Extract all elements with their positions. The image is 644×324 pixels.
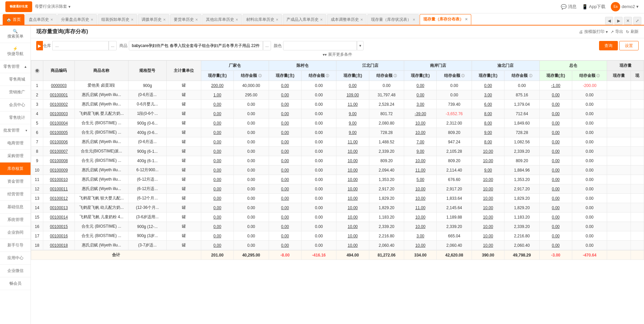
table-cell[interactable]: 0.00	[234, 147, 269, 156]
table-cell[interactable]: 0.00	[201, 184, 233, 194]
table-cell[interactable]: 0.00	[539, 184, 572, 194]
table-cell[interactable]: 2,060.40	[504, 241, 539, 250]
table-cell[interactable]: 0.00	[539, 119, 572, 128]
expand-filter-btn[interactable]: ▶	[36, 41, 43, 50]
sidebar-item-retail[interactable]: 零售管理 ▲	[0, 60, 31, 73]
warehouse-input[interactable]	[52, 41, 109, 50]
table-cell[interactable]: 2,528.24	[369, 100, 404, 109]
table-cell[interactable]: 1,829.20	[504, 203, 539, 213]
table-cell[interactable]: 0.00	[539, 109, 572, 119]
table-cell[interactable]: 0.00	[269, 166, 301, 175]
table-cell[interactable]: 712.64	[504, 109, 539, 119]
table-cell[interactable]: 10.00	[336, 194, 369, 203]
table-cell[interactable]: 0.00	[234, 128, 269, 137]
table-cell[interactable]: 0.00	[234, 231, 269, 241]
table-cell[interactable]: 0.00	[234, 213, 269, 222]
tab-close-3[interactable]: ✕	[131, 18, 133, 21]
color-input[interactable]	[283, 41, 357, 50]
table-cell[interactable]: 1,829.20	[369, 203, 404, 213]
table-cell[interactable]: 2,339.20	[369, 222, 404, 231]
table-cell[interactable]: 875.16	[504, 90, 539, 100]
table-cell[interactable]: 0.00	[234, 100, 269, 109]
expand-conditions-btn[interactable]: ▾▾ 展开更多条件	[323, 52, 352, 57]
table-cell[interactable]: 2,917.20	[437, 184, 472, 194]
tab-11[interactable]: 现存量（库存分布表） ✕	[420, 14, 471, 25]
table-cell[interactable]: 0.00	[234, 175, 269, 184]
table-cell[interactable]: 7.00	[404, 137, 437, 147]
table-cell[interactable]: 10.00	[472, 156, 504, 166]
sidebar-item-system[interactable]: 系统管理	[0, 214, 31, 226]
sidebar-item-ecommerce[interactable]: 电商管理	[0, 137, 31, 150]
table-cell[interactable]: 0.00	[269, 175, 301, 184]
goods-input[interactable]	[129, 41, 263, 50]
tab-close-5[interactable]: ✕	[195, 18, 198, 21]
table-cell[interactable]: 200.00	[201, 81, 233, 90]
table-cell[interactable]: 0.00	[369, 81, 404, 90]
table-cell[interactable]: 0.00	[336, 81, 369, 90]
table-cell[interactable]: 2,060.40	[369, 241, 404, 250]
table-cell[interactable]: 10.00	[336, 213, 369, 222]
table-cell[interactable]: 0.00	[234, 222, 269, 231]
table-cell[interactable]: 2,339.20	[504, 147, 539, 156]
table-cell[interactable]: 10.00	[336, 175, 369, 184]
table-cell[interactable]: 6.00	[472, 100, 504, 109]
table-cell[interactable]: 1,849.60	[504, 119, 539, 128]
table-cell[interactable]: 0.00	[269, 203, 301, 213]
tab-close-all-btn[interactable]: ✕	[624, 17, 632, 25]
table-cell[interactable]: 9.00	[404, 147, 437, 156]
table-cell[interactable]: 2,339.20	[369, 147, 404, 156]
table-cell[interactable]: 0.00	[269, 222, 301, 231]
table-cell[interactable]: 40,000.00	[234, 81, 269, 90]
table-cell[interactable]: 0.00	[269, 100, 301, 109]
table-cell[interactable]: 11.00	[336, 137, 369, 147]
sidebar-item-wholesale[interactable]: 批发管理 ▾	[0, 124, 31, 137]
tab-6[interactable]: 其他出库单历史 ✕	[202, 14, 242, 25]
tab-5[interactable]: 要货单历史 ✕	[170, 14, 202, 25]
table-cell[interactable]: 9.00	[336, 109, 369, 119]
table-cell[interactable]: -3,652.76	[437, 109, 472, 119]
tab-expand-btn[interactable]: ⤢	[633, 17, 641, 25]
table-cell[interactable]: 8.00	[472, 119, 504, 128]
table-cell[interactable]: 0.00	[472, 81, 504, 90]
table-cell[interactable]: 0.00	[269, 128, 301, 137]
table-cell[interactable]: 0.00	[269, 156, 301, 166]
setting-btn[interactable]: 设置	[619, 41, 639, 50]
table-cell[interactable]: 2,145.64	[437, 203, 472, 213]
table-cell[interactable]: 109.00	[336, 90, 369, 100]
table-cell[interactable]: 0.00	[201, 147, 233, 156]
table-cell[interactable]: 10.00	[404, 156, 437, 166]
table-cell[interactable]: 809.20	[437, 128, 472, 137]
table-cell[interactable]: 0.00	[234, 203, 269, 213]
table-cell[interactable]: 0.00	[301, 81, 336, 90]
tab-close-6[interactable]: ✕	[235, 18, 238, 21]
table-cell[interactable]: 8.00	[472, 137, 504, 147]
table-cell[interactable]: 0.00	[269, 109, 301, 119]
table-cell[interactable]: 0.00	[504, 81, 539, 90]
table-cell[interactable]: 0.00	[301, 175, 336, 184]
table-cell[interactable]: 1,353.20	[504, 175, 539, 184]
table-cell[interactable]: 0.00	[301, 231, 336, 241]
table-cell[interactable]: 11.00	[404, 203, 437, 213]
table-cell[interactable]: 1,353.20	[369, 175, 404, 184]
industry-selector[interactable]: 母婴行业演示陈套 ▾	[35, 4, 70, 9]
table-cell[interactable]: 728.28	[504, 128, 539, 137]
table-cell[interactable]: 0.00	[301, 156, 336, 166]
table-cell[interactable]: 10.00	[404, 241, 437, 250]
sidebar-item-apps[interactable]: 应用中心	[0, 252, 31, 265]
table-cell[interactable]: 10.00	[472, 213, 504, 222]
search-btn[interactable]: 查询	[599, 41, 618, 50]
tab-9[interactable]: 成本调整单历史 ✕	[327, 14, 367, 25]
tab-close-9[interactable]: ✕	[360, 18, 363, 21]
table-cell[interactable]: 10.00	[336, 147, 369, 156]
table-cell[interactable]: 0.00	[404, 90, 437, 100]
table-cell[interactable]: 0.00	[201, 203, 233, 213]
messages-btn[interactable]: 💬 消息	[561, 4, 577, 10]
table-cell[interactable]: 295.00	[234, 90, 269, 100]
sidebar-item-wechat[interactable]: 企业微信	[0, 265, 31, 277]
table-cell[interactable]: 9.00	[336, 119, 369, 128]
table-cell[interactable]: 2,216.80	[369, 231, 404, 241]
tab-4[interactable]: 调拨单历史 ✕	[138, 14, 169, 25]
table-cell[interactable]: 676.60	[437, 175, 472, 184]
table-cell[interactable]: 0.00	[269, 119, 301, 128]
table-cell[interactable]: 2,917.20	[504, 184, 539, 194]
